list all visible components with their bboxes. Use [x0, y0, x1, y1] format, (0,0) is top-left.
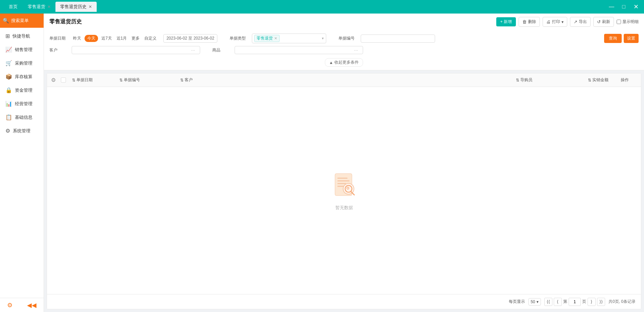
purchase-icon: 🛒	[5, 60, 12, 66]
sidebar-item-purchase[interactable]: 🛒 采购管理	[1, 57, 42, 70]
content: 零售退货历史 + 新增 🗑 删除 🖨 打印 ▾ ↗ 导出	[44, 14, 644, 312]
customer-label: 客户	[49, 47, 66, 53]
table-header-bar: ⚙ ⇅ 单据日期 ⇅ 单据编号 ⇅ 客户	[47, 73, 641, 87]
goods-dots[interactable]: ···	[351, 47, 361, 53]
sidebar-item-system[interactable]: ⚙ 系统管理	[1, 124, 42, 137]
date-7days[interactable]: 近7天	[100, 35, 113, 42]
sort-bill-icon: ⇅	[119, 78, 123, 83]
sidebar-bottom: ⚙ ◀◀	[0, 298, 44, 312]
sidebar-item-inventory[interactable]: 📦 库存核算	[1, 70, 42, 83]
th-date[interactable]: ⇅ 单据日期	[69, 77, 117, 83]
tab-home[interactable]: 首页	[3, 2, 23, 12]
empty-state: 暂无数据	[329, 170, 359, 211]
refresh-button[interactable]: ↺ 刷新	[593, 17, 614, 27]
delete-button[interactable]: 🗑 删除	[519, 17, 540, 27]
next-page-btn[interactable]: ⟩	[588, 298, 596, 306]
sidebar-item-finance[interactable]: 🔒 资金管理	[1, 84, 42, 97]
quick-nav-icon: ⊞	[5, 33, 10, 39]
display-detail-checkbox[interactable]	[617, 20, 621, 24]
table-columns: ⇅ 单据日期 ⇅ 单据编号 ⇅ 客户 ⇅ 导购员	[69, 77, 638, 83]
volume-bottom-btn[interactable]: ◀◀	[27, 302, 37, 309]
sidebar-menu: ⊞ 快捷导航 📈 销售管理 🛒 采购管理 📦 库存核算 🔒 资金管理 📊	[0, 28, 44, 298]
date-filter-label: 单据日期	[49, 36, 66, 41]
sidebar: 🔍 搜索菜单 ⊞ 快捷导航 📈 销售管理 🛒 采购管理 📦 库存核算 🔒	[0, 14, 44, 312]
export-button[interactable]: ↗ 导出	[570, 17, 591, 27]
sidebar-search[interactable]: 🔍 搜索菜单	[0, 14, 44, 28]
sidebar-item-quick-nav[interactable]: ⊞ 快捷导航	[1, 29, 42, 43]
th-customer[interactable]: ⇅ 客户	[177, 77, 513, 83]
sort-customer-icon: ⇅	[180, 78, 184, 83]
date-options: 昨天 今天 近7天 近1月 更多 自定义	[72, 35, 158, 42]
date-more[interactable]: 更多	[130, 35, 141, 42]
sidebar-item-sales[interactable]: 📈 销售管理	[1, 43, 42, 56]
goods-input-area[interactable]: ···	[235, 46, 363, 54]
page-size-value: 50	[531, 299, 535, 304]
bill-type-select[interactable]: 零售退货 ✕ ▾	[252, 34, 326, 43]
bill-number-input[interactable]	[361, 35, 435, 43]
table-body: 暂无数据	[47, 87, 641, 294]
bill-type-tag[interactable]: 零售退货 ✕	[254, 35, 280, 42]
prev-page-btn[interactable]: ⟨	[554, 298, 562, 306]
svg-rect-1	[337, 178, 348, 179]
date-range-display[interactable]: 2023-06-02 至 2023-06-02	[163, 34, 217, 43]
bill-number-label: 单据编号	[338, 36, 355, 41]
bill-type-label: 单据类型	[230, 36, 246, 41]
th-amount[interactable]: ⇅ 实销金额	[567, 77, 611, 83]
sidebar-item-basic-info[interactable]: 📋 基础信息	[1, 111, 42, 124]
sidebar-item-operation[interactable]: 📊 经营管理	[1, 97, 42, 110]
operation-icon: 📊	[5, 101, 12, 107]
date-today[interactable]: 今天	[85, 35, 98, 42]
search-icon: 🔍	[3, 18, 9, 24]
print-dropdown-icon: ▾	[562, 20, 564, 24]
date-1month[interactable]: 近1月	[115, 35, 128, 42]
delete-icon: 🗑	[522, 19, 527, 24]
close-retail-return[interactable]: ✕	[47, 4, 51, 9]
page-header-top: 零售退货历史 + 新增 🗑 删除 🖨 打印 ▾ ↗ 导出	[49, 17, 639, 27]
empty-illustration	[329, 170, 359, 201]
main-layout: 🔍 搜索菜单 ⊞ 快捷导航 📈 销售管理 🛒 采购管理 📦 库存核算 🔒	[0, 14, 644, 312]
toolbar: + 新增 🗑 删除 🖨 打印 ▾ ↗ 导出 ↺	[496, 17, 639, 27]
th-bill[interactable]: ⇅ 单据编号	[117, 77, 177, 83]
th-action: 操作	[611, 77, 638, 83]
print-button[interactable]: 🖨 打印 ▾	[543, 17, 567, 27]
settings-button[interactable]: 设置	[624, 34, 639, 43]
tab-retail-return-history[interactable]: 零售退货历史 ✕	[55, 2, 97, 12]
display-detail-check[interactable]: 显示明细	[617, 19, 639, 25]
filter-row-2: 客户 ··· 商品 ···	[49, 46, 639, 54]
page-input[interactable]	[569, 298, 581, 306]
page-title: 零售退货历史	[49, 18, 82, 25]
first-page-btn[interactable]: ⟨⟨	[544, 298, 552, 306]
close-btn[interactable]: ✕	[631, 2, 641, 12]
sort-date-icon: ⇅	[72, 78, 75, 83]
page-word: 第	[563, 299, 567, 305]
inventory-icon: 📦	[5, 73, 12, 80]
table-settings-icon[interactable]: ⚙	[50, 75, 57, 85]
tab-retail-return[interactable]: 零售退货 ✕	[23, 2, 55, 12]
date-custom[interactable]: 自定义	[143, 35, 158, 42]
filter-collapse-row: ▲ 收起更多条件	[49, 57, 639, 67]
select-all-col[interactable]	[57, 77, 69, 83]
collapse-up-icon: ▲	[329, 60, 333, 65]
settings-bottom-btn[interactable]: ⚙	[7, 302, 13, 309]
customer-dots[interactable]: ···	[188, 47, 198, 53]
page-size-select[interactable]: 50 ▾	[528, 298, 541, 306]
goods-label: 商品	[212, 47, 229, 53]
remove-bill-type[interactable]: ✕	[274, 36, 277, 41]
maximize-btn[interactable]: □	[619, 2, 628, 12]
th-guide[interactable]: ⇅ 导购员	[513, 77, 567, 83]
total-info: 共0页, 0条记录	[609, 299, 636, 305]
svg-rect-3	[337, 183, 346, 184]
date-yesterday[interactable]: 昨天	[72, 35, 82, 42]
bill-type-arrow: ▾	[322, 36, 324, 41]
empty-text: 暂无数据	[335, 205, 353, 211]
close-retail-return-history[interactable]: ✕	[89, 4, 92, 9]
collapse-button[interactable]: ▲ 收起更多条件	[325, 58, 363, 67]
new-button[interactable]: + 新增	[496, 17, 516, 26]
customer-input-area[interactable]: ···	[72, 46, 200, 54]
table-wrapper: ⚙ ⇅ 单据日期 ⇅ 单据编号 ⇅ 客户	[47, 73, 641, 309]
page-nav: ⟨⟨ ⟨ 第 页 ⟩ ⟩⟩	[544, 298, 605, 306]
minimize-btn[interactable]: —	[607, 2, 616, 12]
last-page-btn[interactable]: ⟩⟩	[597, 298, 605, 306]
select-all-checkbox[interactable]	[61, 77, 66, 83]
query-button[interactable]: 查询	[604, 34, 622, 43]
